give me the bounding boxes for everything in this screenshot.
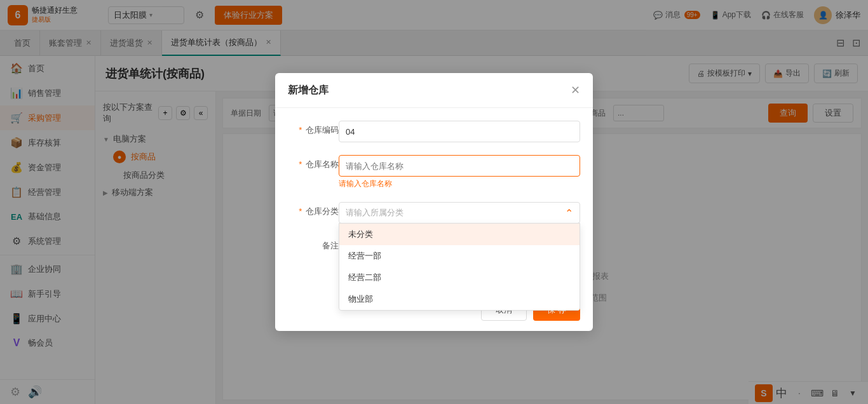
required-star-name: * (299, 159, 302, 169)
dropdown-item-uncategorized[interactable]: 未分类 (339, 224, 580, 245)
modal-overlay: 新增仓库 ✕ * 仓库编码 * 仓库名称 (0, 0, 868, 404)
name-input-wrap: 请输入仓库名称 (339, 155, 580, 189)
name-error-msg: 请输入仓库名称 (339, 178, 580, 189)
form-row-category: * 仓库分类 请输入所属分类 ⌃ 未分类 经营一部 经营二部 物业部 (288, 202, 580, 224)
category-label: * 仓库分类 (288, 202, 339, 217)
note-label: 备注 (288, 236, 339, 252)
form-row-code: * 仓库编码 (288, 121, 580, 142)
modal-close-button[interactable]: ✕ (571, 83, 580, 97)
code-input-wrap (339, 121, 580, 142)
name-label: * 仓库名称 (288, 155, 339, 170)
form-row-name: * 仓库名称 请输入仓库名称 (288, 155, 580, 189)
required-star: * (299, 125, 302, 135)
modal-title: 新增仓库 (288, 84, 329, 97)
name-input[interactable] (339, 155, 580, 177)
required-star-category: * (299, 206, 302, 216)
dropdown-item-dept2[interactable]: 经营二部 (339, 267, 580, 288)
dropdown-item-dept3[interactable]: 物业部 (339, 288, 580, 310)
code-input[interactable] (339, 121, 580, 142)
chevron-up-icon: ⌃ (565, 207, 573, 219)
category-placeholder: 请输入所属分类 (346, 207, 403, 219)
category-input-wrap: 请输入所属分类 ⌃ 未分类 经营一部 经营二部 物业部 (339, 202, 580, 224)
modal-header: 新增仓库 ✕ (275, 73, 593, 108)
new-warehouse-modal: 新增仓库 ✕ * 仓库编码 * 仓库名称 (275, 73, 593, 331)
dropdown-item-dept1[interactable]: 经营一部 (339, 245, 580, 267)
category-dropdown-list: 未分类 经营一部 经营二部 物业部 (339, 223, 580, 311)
category-dropdown[interactable]: 请输入所属分类 ⌃ (339, 202, 580, 224)
code-label: * 仓库编码 (288, 121, 339, 136)
modal-body: * 仓库编码 * 仓库名称 请输入仓库名称 (275, 108, 593, 276)
